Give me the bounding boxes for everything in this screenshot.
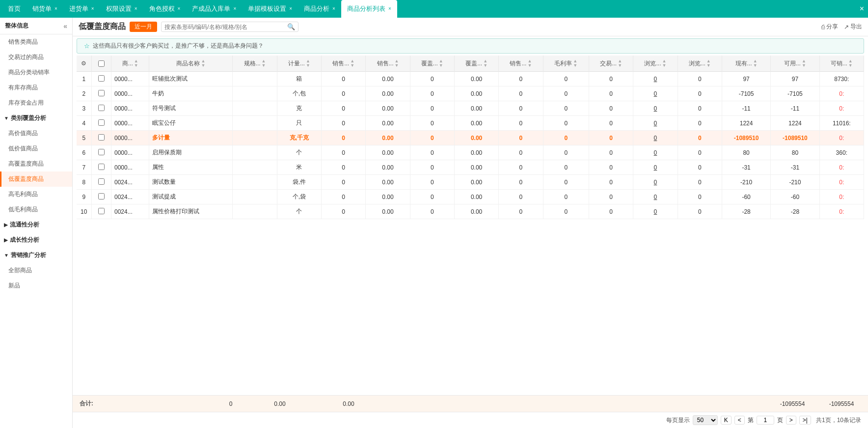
- row-checkbox[interactable]: [91, 86, 111, 101]
- close-icon[interactable]: ×: [233, 0, 236, 18]
- column-spec[interactable]: 规格... ▲▼: [233, 56, 277, 72]
- browse-link[interactable]: 0: [654, 120, 657, 127]
- page-number-input[interactable]: [757, 416, 774, 425]
- row-checkbox[interactable]: [91, 175, 111, 190]
- row-checkbox[interactable]: [91, 131, 111, 145]
- column-coverage1[interactable]: 覆盖... ▲▼: [410, 56, 454, 72]
- sidebar-item-new-goods[interactable]: 新品: [0, 278, 72, 293]
- row-checkbox[interactable]: [91, 190, 111, 204]
- row-browse1[interactable]: 0: [633, 190, 678, 204]
- sidebar-group-growth[interactable]: ▶ 成长性分析: [0, 232, 72, 248]
- prev-page-button[interactable]: <: [734, 416, 745, 425]
- row-select-checkbox[interactable]: [98, 105, 105, 111]
- sidebar-item-high-value[interactable]: 高价值商品: [0, 126, 72, 141]
- row-browse1[interactable]: 0: [633, 145, 678, 160]
- row-browse1[interactable]: 0: [633, 72, 678, 86]
- row-select-checkbox[interactable]: [98, 164, 105, 170]
- row-browse1[interactable]: 0: [633, 160, 678, 175]
- browse-link[interactable]: 0: [654, 194, 657, 200]
- close-icon[interactable]: ×: [91, 0, 94, 18]
- sidebar-item-stocked-goods[interactable]: 有库存商品: [0, 80, 72, 95]
- sidebar-item-high-margin[interactable]: 高毛利商品: [0, 187, 72, 202]
- sidebar-item-sales-goods[interactable]: 销售类商品: [0, 34, 72, 50]
- column-available-stock[interactable]: 可用... ▲▼: [771, 56, 819, 72]
- nav-tab-analysis-list[interactable]: 商品分析列表 ×: [341, 0, 397, 18]
- close-icon[interactable]: ×: [332, 0, 335, 18]
- browse-link[interactable]: 0: [654, 135, 657, 142]
- share-button[interactable]: ⎙ 分享: [821, 23, 838, 31]
- per-page-select[interactable]: 50 100 200: [693, 415, 718, 425]
- column-checkbox[interactable]: [91, 56, 111, 72]
- row-browse1[interactable]: 0: [633, 101, 678, 116]
- column-unit[interactable]: 计量... ▲▼: [277, 56, 321, 72]
- column-transaction[interactable]: 交易... ▲▼: [589, 56, 633, 72]
- close-icon[interactable]: ×: [135, 0, 137, 18]
- column-sales3[interactable]: 销售... ▲▼: [499, 56, 543, 72]
- first-page-button[interactable]: K: [721, 416, 732, 425]
- row-select-checkbox[interactable]: [98, 134, 105, 141]
- nav-tab-home[interactable]: 首页: [2, 0, 27, 18]
- row-select-checkbox[interactable]: [98, 90, 105, 96]
- row-checkbox[interactable]: [91, 101, 111, 116]
- column-name[interactable]: 商品名称 ▲▼: [149, 56, 233, 72]
- row-select-checkbox[interactable]: [98, 178, 105, 185]
- nav-tab-permission[interactable]: 权限设置 ×: [100, 0, 143, 18]
- browse-link[interactable]: 0: [654, 164, 657, 171]
- nav-tab-sales[interactable]: 销货单 ×: [27, 0, 63, 18]
- browse-link[interactable]: 0: [654, 208, 657, 215]
- last-page-button[interactable]: >|: [799, 416, 811, 425]
- nav-tab-analysis[interactable]: 商品分析 ×: [298, 0, 341, 18]
- row-select-checkbox[interactable]: [98, 149, 105, 155]
- row-checkbox[interactable]: [91, 116, 111, 131]
- time-filter-button[interactable]: 近一月: [130, 22, 157, 32]
- column-coverage2[interactable]: 覆盖... ▲▼: [454, 56, 498, 72]
- row-checkbox[interactable]: [91, 72, 111, 86]
- column-code[interactable]: 商... ▲▼: [111, 56, 149, 72]
- sidebar-group-marketing[interactable]: ▼ 营销推广分析: [0, 248, 72, 263]
- next-page-button[interactable]: >: [786, 416, 796, 425]
- sidebar-item-traded-goods[interactable]: 交易过的商品: [0, 50, 72, 65]
- close-icon[interactable]: ×: [54, 0, 57, 18]
- column-browse1[interactable]: 浏览... ▲▼: [633, 56, 678, 72]
- sidebar-group-flow[interactable]: ▶ 流通性分析: [0, 217, 72, 232]
- row-browse1[interactable]: 0: [633, 204, 678, 219]
- browse-link[interactable]: 0: [654, 105, 657, 112]
- sidebar-item-stock-fund[interactable]: 库存资金占用: [0, 95, 72, 111]
- row-browse1[interactable]: 0: [633, 175, 678, 190]
- sidebar-group-coverage[interactable]: ▼ 类别覆盖分析: [0, 111, 72, 126]
- browse-link[interactable]: 0: [654, 76, 657, 83]
- column-current-stock[interactable]: 现有... ▲▼: [722, 56, 770, 72]
- browse-link[interactable]: 0: [654, 149, 657, 156]
- close-icon[interactable]: ×: [289, 0, 292, 18]
- sidebar-item-high-coverage[interactable]: 高覆盖度商品: [0, 156, 72, 171]
- row-checkbox[interactable]: [91, 160, 111, 175]
- select-all-checkbox[interactable]: [98, 60, 105, 67]
- sidebar-item-low-value[interactable]: 低价值商品: [0, 141, 72, 156]
- row-browse1[interactable]: 0: [633, 116, 678, 131]
- close-icon[interactable]: ×: [388, 0, 391, 18]
- table-container[interactable]: ⚙ 商... ▲▼ 商品名称: [73, 56, 868, 395]
- close-icon[interactable]: ×: [178, 0, 181, 18]
- close-all-button[interactable]: ×: [860, 0, 864, 18]
- browse-link[interactable]: 0: [654, 90, 657, 97]
- column-sales-qty[interactable]: 销售... ▲▼: [322, 56, 366, 72]
- nav-tab-product-in[interactable]: 产成品入库单 ×: [186, 0, 242, 18]
- sidebar-item-low-coverage[interactable]: 低覆盖度商品: [0, 171, 72, 187]
- row-select-checkbox[interactable]: [98, 119, 105, 126]
- nav-tab-purchase[interactable]: 进货单 ×: [63, 0, 100, 18]
- column-sales-amt[interactable]: 销售... ▲▼: [366, 56, 410, 72]
- column-salable[interactable]: 可销... ▲▼: [819, 56, 864, 72]
- sidebar-item-low-margin[interactable]: 低毛利商品: [0, 202, 72, 217]
- row-select-checkbox[interactable]: [98, 208, 105, 214]
- nav-tab-template[interactable]: 单据模板设置 ×: [242, 0, 298, 18]
- export-button[interactable]: ↗ 导出: [844, 23, 862, 31]
- row-select-checkbox[interactable]: [98, 193, 105, 200]
- row-checkbox[interactable]: [91, 204, 111, 219]
- row-select-checkbox[interactable]: [98, 75, 105, 82]
- column-browse2[interactable]: 浏览... ▲▼: [678, 56, 722, 72]
- sidebar-item-category-turnover[interactable]: 商品分类动销率: [0, 65, 72, 80]
- nav-tab-role[interactable]: 角色授权 ×: [143, 0, 187, 18]
- search-input[interactable]: [164, 24, 287, 30]
- browse-link[interactable]: 0: [654, 179, 657, 186]
- row-browse1[interactable]: 0: [633, 131, 678, 145]
